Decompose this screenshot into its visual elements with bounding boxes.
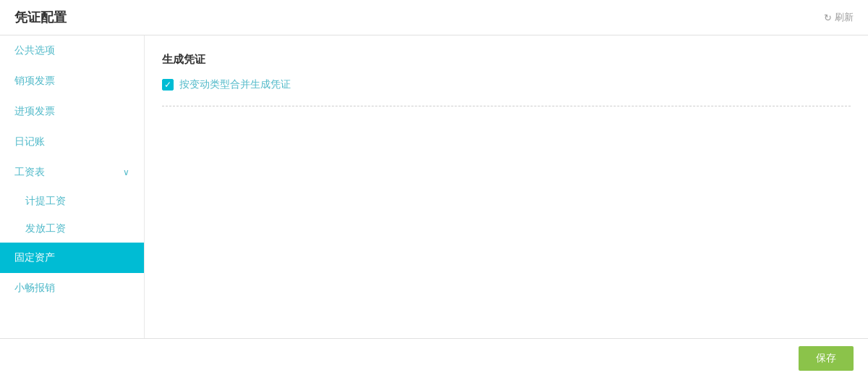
sidebar-item-fixed-assets[interactable]: 固定资产 — [0, 243, 144, 273]
footer: 保存 — [0, 338, 868, 378]
sidebar-item-journal[interactable]: 日记账 — [0, 127, 144, 157]
checkbox-row: ✓ 按变动类型合并生成凭证 — [162, 78, 851, 91]
save-button[interactable]: 保存 — [799, 346, 854, 371]
refresh-label: 刷新 — [835, 11, 854, 24]
sidebar-item-label: 销项发票 — [14, 75, 55, 88]
merge-checkbox[interactable]: ✓ — [162, 79, 174, 91]
section-divider — [162, 106, 851, 106]
sidebar-item-label: 小畅报销 — [14, 282, 55, 295]
sidebar-item-label: 固定资产 — [14, 251, 55, 264]
sidebar-item-payroll-table[interactable]: 工资表∨ — [0, 157, 144, 188]
sidebar-item-label: 计提工资 — [25, 195, 66, 206]
sidebar-item-public-options[interactable]: 公共选项 — [0, 35, 144, 66]
refresh-button[interactable]: ↻ 刷新 — [824, 11, 854, 24]
checkmark-icon: ✓ — [164, 80, 171, 89]
chevron-down-icon: ∨ — [123, 167, 129, 177]
checkbox-label: 按变动类型合并生成凭证 — [179, 78, 291, 91]
sidebar-item-label: 公共选项 — [14, 44, 55, 57]
sidebar: 公共选项销项发票进项发票日记账工资表∨计提工资发放工资固定资产小畅报销 — [0, 35, 145, 338]
sidebar-item-label: 日记账 — [14, 135, 45, 148]
sidebar-item-purchase-invoice[interactable]: 进项发票 — [0, 96, 144, 127]
sidebar-item-payroll-calc[interactable]: 计提工资 — [0, 188, 144, 215]
sidebar-item-payroll-issue[interactable]: 发放工资 — [0, 215, 144, 243]
page-title: 凭证配置 — [14, 9, 67, 26]
sidebar-item-label: 发放工资 — [25, 222, 66, 234]
sidebar-item-label: 工资表 — [14, 166, 45, 179]
sidebar-item-sales-invoice[interactable]: 销项发票 — [0, 66, 144, 96]
section-title: 生成凭证 — [162, 53, 851, 67]
sidebar-item-expense-report[interactable]: 小畅报销 — [0, 273, 144, 303]
content-area: 生成凭证 ✓ 按变动类型合并生成凭证 — [145, 35, 868, 338]
sidebar-item-label: 进项发票 — [14, 105, 55, 118]
page-wrapper: 凭证配置 ↻ 刷新 公共选项销项发票进项发票日记账工资表∨计提工资发放工资固定资… — [0, 0, 868, 378]
refresh-icon: ↻ — [824, 12, 832, 23]
header: 凭证配置 ↻ 刷新 — [0, 0, 868, 35]
main-area: 公共选项销项发票进项发票日记账工资表∨计提工资发放工资固定资产小畅报销 生成凭证… — [0, 35, 868, 338]
